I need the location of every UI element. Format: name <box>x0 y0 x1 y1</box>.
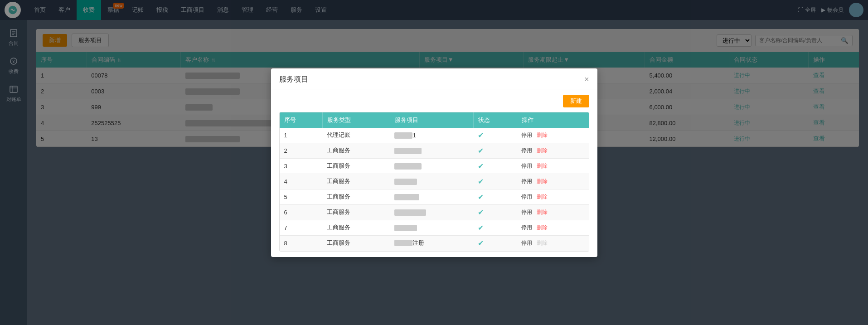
modal-close-button[interactable]: × <box>584 75 589 83</box>
delete-button[interactable]: 删除 <box>537 132 548 138</box>
stop-button[interactable]: 停用 <box>521 209 532 215</box>
modal-toolbar: 新建 <box>279 95 589 107</box>
modal-col-seq: 序号 <box>280 112 323 128</box>
modal-header: 服务项目 × <box>271 68 597 89</box>
status-check-icon: ✔ <box>478 131 484 139</box>
stop-button[interactable]: 停用 <box>521 147 532 154</box>
stop-button[interactable]: 停用 <box>521 240 532 246</box>
delete-button[interactable]: 删除 <box>537 194 548 200</box>
modal-col-actions: 操作 <box>517 112 588 128</box>
list-item: 7 工商服务 ✔ 停用 删除 <box>280 220 589 235</box>
delete-button[interactable]: 删除 <box>537 240 548 246</box>
status-check-icon: ✔ <box>478 147 484 155</box>
service-items-table: 序号 服务类型 服务项目 状态 操作 1 代理记账 <box>280 112 589 251</box>
modal-body: 新建 序号 服务类型 服务项目 状态 操作 <box>271 89 597 257</box>
status-check-icon: ✔ <box>478 193 484 201</box>
list-item: 8 工商服务 注册 ✔ 停用 删除 <box>280 235 589 251</box>
status-check-icon: ✔ <box>478 209 484 216</box>
list-item: 2 工商服务 ✔ 停用 删除 <box>280 143 589 158</box>
list-item: 3 工商服务 ✔ 停用 删除 <box>280 158 589 174</box>
modal-new-button[interactable]: 新建 <box>563 95 589 107</box>
status-check-icon: ✔ <box>478 178 484 185</box>
modal-table-wrap[interactable]: 序号 服务类型 服务项目 状态 操作 1 代理记账 <box>279 112 589 252</box>
list-item: 6 工商服务 ✔ 停用 删除 <box>280 204 589 220</box>
delete-button[interactable]: 删除 <box>537 178 548 184</box>
stop-button[interactable]: 停用 <box>521 163 532 169</box>
delete-button[interactable]: 删除 <box>537 163 548 169</box>
list-item: 4 工商服务 ✔ 停用 删除 <box>280 174 589 189</box>
status-check-icon: ✔ <box>478 224 484 232</box>
list-item: 5 工商服务 ✔ 停用 删除 <box>280 189 589 204</box>
delete-button[interactable]: 删除 <box>537 224 548 231</box>
stop-button[interactable]: 停用 <box>521 178 532 184</box>
modal-title: 服务项目 <box>279 75 308 84</box>
modal-col-item: 服务项目 <box>390 112 473 128</box>
status-check-icon: ✔ <box>478 162 484 170</box>
status-check-icon: ✔ <box>478 239 484 247</box>
list-item: 1 代理记账 1 ✔ 停用 删除 <box>280 128 589 143</box>
modal-col-status: 状态 <box>473 112 517 128</box>
content-area: 新增 服务项目 进行中 已完成 全部 🔍 <box>27 20 868 325</box>
modal-overlay: 服务项目 × 新建 序号 服务类型 服务项目 <box>27 20 868 325</box>
delete-button[interactable]: 删除 <box>537 147 548 154</box>
stop-button[interactable]: 停用 <box>521 132 532 138</box>
stop-button[interactable]: 停用 <box>521 224 532 231</box>
stop-button[interactable]: 停用 <box>521 194 532 200</box>
modal-col-type: 服务类型 <box>322 112 390 128</box>
service-items-modal: 服务项目 × 新建 序号 服务类型 服务项目 <box>271 68 597 257</box>
delete-button[interactable]: 删除 <box>537 209 548 215</box>
main-layout: 合同 ¥ 收费 对账单 <box>0 20 868 325</box>
